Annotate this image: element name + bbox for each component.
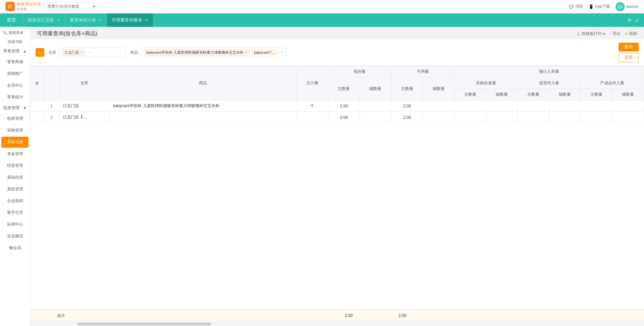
tab-window-close[interactable]: ✕: [627, 17, 632, 24]
product-filter-input[interactable]: babycare学饮杯 儿童防摔防撞吸管杯重力球吸嘴杯宝宝水杯 × babyca…: [141, 48, 286, 57]
sidebar-item-retail-mgmt[interactable]: 零售管理 ▲: [0, 46, 30, 56]
th-inbound-aux: 辅数量: [549, 89, 581, 100]
th-settings[interactable]: ⚙: [31, 66, 44, 100]
footer-avail-main: 2.00: [389, 313, 416, 318]
top-bar-right: 💬 消息 📱 App下载 Ea demo2: [569, 2, 639, 11]
row1-stock-aux: [360, 100, 391, 112]
warehouse-filter-input[interactable]: 江北门店 × ···: [59, 48, 126, 57]
table-footer: 合计 2.00 2.00: [30, 309, 644, 321]
logo-area: 好 畅捷通好生意 标准版: [5, 2, 41, 11]
org-dropdown-icon: ▾: [93, 4, 95, 9]
horizontal-scrollbar[interactable]: [30, 321, 644, 326]
th-index: [44, 66, 59, 100]
row1-inbound-aux: [549, 100, 581, 112]
tab-home-label: 首页: [7, 17, 16, 23]
sidebar-item-wholesale-mgmt[interactable]: 批发管理 ▼: [0, 103, 30, 113]
page-actions: 🖨 按模板打印 ▾ ↑ 导出 ↺ 刷新: [576, 31, 637, 37]
sidebar-item-finance-mgmt[interactable]: 资金管理: [1, 148, 29, 159]
row2-stock-main: 2.00: [328, 112, 360, 123]
sidebar-item-operations-mgmt[interactable]: 经营管理: [1, 160, 29, 171]
print-dropdown-icon: ▾: [603, 32, 605, 36]
sidebar-item-retail-mgmt-label: 零售管理: [3, 48, 19, 54]
row1-unit: 个: [297, 100, 328, 112]
tab-receivable-close[interactable]: ✕: [57, 18, 60, 22]
tab-order-stats[interactable]: 要货单统计表 ✕: [65, 13, 107, 27]
th-purchase-aux: 辅数量: [486, 89, 518, 100]
tab-available-stock-label: 可用量库存账本: [112, 17, 142, 23]
export-icon: ↑: [609, 32, 611, 36]
tab-available-stock-close[interactable]: ✕: [145, 18, 148, 22]
th-production-pending: 产成品待入量: [581, 78, 644, 89]
row2-purchase-main: [454, 112, 486, 123]
row2-inbound-main: [518, 112, 549, 123]
sidebar-item-finance-mgmt-label: 资金管理: [7, 151, 23, 157]
row2-purchase-aux: [486, 112, 518, 123]
warehouse-more-icon[interactable]: ···: [87, 49, 92, 55]
row1-production-main: [581, 100, 612, 112]
sidebar-item-member-center[interactable]: 会员中心: [1, 80, 29, 91]
sidebar-search[interactable]: 🔍 搜索菜单: [0, 28, 30, 37]
th-purchase-transit: 采购在途量: [454, 78, 518, 89]
sidebar-item-system-mgmt-label: 系统管理: [7, 186, 23, 192]
sidebar-item-inventory-check[interactable]: 库存核算: [1, 137, 29, 148]
refresh-icon: ↺: [625, 32, 628, 36]
message-btn[interactable]: 💬 消息: [569, 4, 583, 9]
sidebar-item-enterprise-collab-label: 企业协同: [7, 198, 23, 204]
product-more-icon[interactable]: ···: [279, 49, 283, 55]
product-tag-1-close[interactable]: ×: [245, 50, 247, 55]
scrollbar-thumb[interactable]: [77, 323, 211, 325]
filter-bar: » 仓库 江北门店 × ··· 商品 babycare学饮杯 儿童防摔防撞吸管杯…: [30, 39, 644, 66]
export-label: 导出: [612, 31, 621, 37]
row2-avail-main: 2.00: [391, 112, 423, 123]
tab-receivable[interactable]: 收发存汇总表 ✕: [23, 13, 65, 27]
filter-toggle-btn[interactable]: »: [36, 48, 44, 57]
row1-warehouse: 江北门店: [59, 100, 109, 112]
tab-order-stats-close[interactable]: ✕: [99, 18, 102, 22]
row2-stock-aux: [360, 112, 391, 123]
logo-text: 畅捷通好生意: [17, 2, 41, 6]
print-btn[interactable]: 🖨 按模板打印 ▾: [576, 31, 605, 37]
sidebar-item-purchase-mgmt[interactable]: 采购管理: [1, 125, 29, 136]
sidebar-item-retail-stats[interactable]: 零售统计: [1, 92, 29, 103]
row2-inbound-aux: [549, 112, 581, 123]
sidebar-item-enterprise-collab[interactable]: 企业协同: [1, 195, 29, 206]
app-download-btn[interactable]: 📱 App下载: [589, 4, 610, 9]
sidebar-item-enterprise-wechat[interactable]: 企业微信: [1, 231, 29, 242]
table-container: ⚙ 仓库 商品 主计量 现存量 可用量 预计入库量 主数量 辅数量 主数量 辅数…: [30, 66, 644, 309]
th-production-main: 主数量: [581, 89, 612, 100]
warehouse-tag-close[interactable]: ×: [80, 50, 83, 55]
sidebar-item-basic-info[interactable]: 基础信息: [1, 172, 29, 183]
query-button[interactable]: 查询: [619, 43, 639, 51]
tab-home[interactable]: 首页: [0, 13, 23, 27]
expand-icon-2: ▼: [23, 106, 26, 110]
user-area[interactable]: Ea demo2: [615, 2, 639, 11]
sidebar-item-ecommerce-mgmt[interactable]: 电商管理: [1, 113, 29, 124]
sidebar-item-app-center[interactable]: 应用中心: [1, 219, 29, 230]
sidebar-item-new-guide[interactable]: 新手引导: [1, 207, 29, 218]
sidebar-item-retail-stats-label: 零售统计: [7, 94, 23, 100]
refresh-btn[interactable]: ↺ 刷新: [625, 31, 637, 37]
th-available-group: 可用量: [391, 66, 454, 78]
filter-warehouse-group: 仓库 江北门店 × ···: [48, 48, 126, 57]
th-stock-aux: 辅数量: [360, 78, 391, 100]
sidebar-item-retail-mall[interactable]: 零售商城: [1, 56, 29, 67]
settings-button[interactable]: 设置: [619, 53, 639, 62]
export-btn[interactable]: ↑ 导出: [609, 31, 621, 37]
row2-production-aux: [612, 112, 644, 123]
tab-order-stats-label: 要货单统计表: [70, 17, 96, 23]
sidebar: 🔍 搜索菜单 快捷导航 零售管理 ▲ 零售商城 营销推广 会员中心 零售统计 批…: [0, 27, 30, 326]
tab-available-stock[interactable]: 可用量库存账本 ✕: [107, 13, 153, 27]
row2-warehouse: 江北门店【...: [59, 112, 109, 123]
filter-actions: 查询 设置: [619, 43, 639, 62]
org-selector[interactable]: 母婴行业演示账套 ▾: [44, 2, 98, 11]
message-label: 消息: [575, 4, 583, 9]
tab-window-maximize[interactable]: ⤢: [635, 17, 639, 24]
logo-text-area: 畅捷通好生意 标准版: [17, 2, 41, 11]
print-icon: 🖨: [576, 32, 580, 36]
sidebar-item-system-mgmt[interactable]: 系统管理: [1, 184, 29, 195]
sidebar-nav-label[interactable]: 快捷导航: [0, 38, 30, 46]
sidebar-item-marketing[interactable]: 营销推广: [1, 68, 29, 79]
th-avail-aux: 辅数量: [423, 78, 454, 100]
row1-settings: [31, 100, 44, 112]
sidebar-item-vip-member[interactable]: 畅会员: [1, 242, 29, 253]
